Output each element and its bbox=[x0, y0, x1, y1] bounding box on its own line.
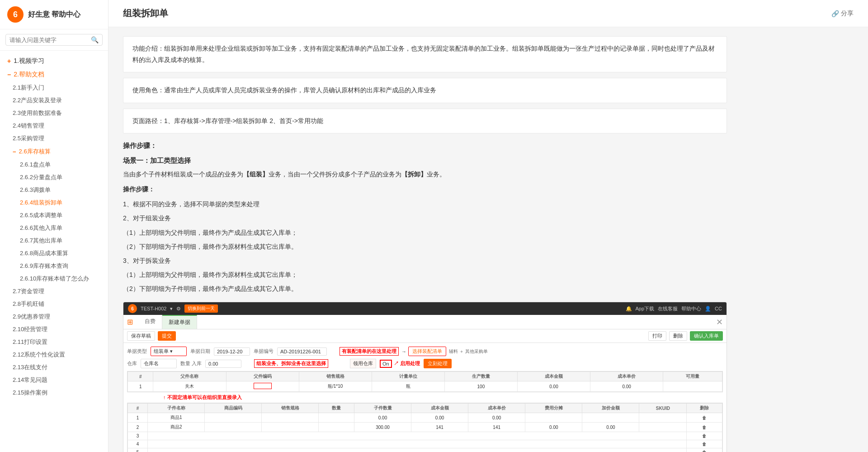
sidebar-item-cost[interactable]: 2.6.5成本调整单 bbox=[20, 209, 108, 222]
sidebar-item-video[interactable]: + 1.视频学习 bbox=[0, 54, 108, 68]
mock-cell-parent-name: 关木 bbox=[153, 381, 226, 392]
mock-enable-label: 领用仓库 bbox=[353, 361, 373, 366]
mock-annotation3-area: 组装业务、拆卸业务在这里选择 bbox=[254, 359, 328, 368]
mock-tab-new[interactable]: 新建单据 bbox=[162, 315, 197, 329]
mock-brow5-del[interactable]: 🗑 bbox=[687, 448, 722, 452]
sidebar-item-stockledger[interactable]: 2.6.9库存账本查询 bbox=[20, 260, 108, 272]
sidebar-item-docs[interactable]: − 2.帮助文档 bbox=[0, 68, 108, 81]
sub-nav-docs: 2.1新手入门 2.2产品安装及登录 2.3使用前数据准备 2.4销售管理 2.… bbox=[0, 81, 108, 399]
mock-topbar: 6 TEST-H002 ▾ ⚙ 切换到前一天 🔔 App下载 在线客服 帮助中心… bbox=[123, 302, 726, 315]
mock-bcol-num: # bbox=[128, 404, 148, 413]
sidebar-item-install[interactable]: 2.2产品安装及登录 bbox=[13, 94, 108, 107]
mock-brow1-cost: 0.00 bbox=[411, 413, 468, 423]
sidebar-item-custom[interactable]: 2.12系统个性化设置 bbox=[13, 348, 108, 361]
sidebar-item-finance[interactable]: 2.7资金管理 bbox=[13, 285, 108, 298]
mock-brow2-sku bbox=[639, 423, 687, 432]
sidebar-item-purchase[interactable]: 2.5采购管理 bbox=[13, 132, 108, 145]
sidebar-item-transfer[interactable]: 2.6.3调拨单 bbox=[20, 184, 108, 196]
mock-warehouse-input[interactable]: 仓库名 bbox=[141, 359, 177, 368]
mock-top-row-1: 1 关木 瓶/1*10 瓶 100 0.00 0.00 bbox=[128, 381, 722, 392]
sidebar-item-data[interactable]: 2.3使用前数据准备 bbox=[13, 107, 108, 119]
sidebar-item-ops[interactable]: 2.10经营管理 bbox=[13, 323, 108, 336]
mock-brow2-cost: 141 bbox=[411, 423, 468, 432]
mock-enable-input[interactable]: 领用仓库 bbox=[350, 359, 376, 368]
minus-icon-inventory: − bbox=[13, 148, 16, 155]
sidebar-item-coupon[interactable]: 2.9优惠券管理 bbox=[13, 310, 108, 323]
mock-date-input[interactable]: 2019-12-20 bbox=[214, 347, 250, 356]
mock-qty-input[interactable]: 0.00 bbox=[205, 360, 241, 368]
sidebar-item-print[interactable]: 2.11打印设置 bbox=[13, 336, 108, 348]
mock-warehouse-label: 仓库 bbox=[127, 360, 137, 367]
mock-save-btn[interactable]: 保存草稿 bbox=[127, 331, 155, 341]
intro-text: 功能介绍：组装拆卸单用来处理企业组装或拆卸等加工业务，支持有固定装配清单的产品加… bbox=[132, 45, 715, 63]
sidebar-item-cases[interactable]: 2.15操作案例 bbox=[13, 386, 108, 399]
mock-username: CC bbox=[715, 306, 722, 311]
sidebar-item-stocktake[interactable]: 2.6.1盘点单 bbox=[20, 158, 108, 171]
sidebar-item-inventory[interactable]: − 2.6库存核算 bbox=[13, 145, 108, 158]
mock-tab-home[interactable]: 自费 bbox=[138, 315, 162, 329]
mock-brow2-subqty: 300.00 bbox=[354, 423, 411, 432]
mock-brow1-del[interactable]: 🗑 bbox=[687, 413, 722, 423]
mock-cell-avail bbox=[663, 381, 722, 392]
mock-service-link[interactable]: 在线客服 bbox=[658, 305, 678, 312]
sidebar-item-online[interactable]: 2.13在线支付 bbox=[13, 361, 108, 374]
mock-type-input[interactable]: 组装单 ▾ bbox=[151, 347, 187, 356]
sidebar-item-splitstock[interactable]: 2.6.2分量盘点单 bbox=[20, 171, 108, 184]
main-header: 组装拆卸单 🔗 分享 bbox=[108, 0, 868, 27]
search-input[interactable] bbox=[9, 37, 91, 43]
sidebar-item-assembly[interactable]: 2.6.4组装拆卸单 bbox=[20, 196, 108, 209]
mock-brow4-del[interactable]: 🗑 bbox=[687, 440, 722, 448]
sidebar-item-otherin[interactable]: 2.6.6其他入库单 bbox=[20, 222, 108, 234]
mock-prev-day-btn[interactable]: 切换到前一天 bbox=[184, 305, 218, 313]
mock-col-qty: 生产数量 bbox=[444, 372, 517, 381]
mock-no-input[interactable]: AD-20191226-001 bbox=[277, 347, 327, 356]
mock-brow2-spec bbox=[262, 423, 319, 432]
mock-delete-btn[interactable]: 删除 bbox=[669, 331, 687, 341]
sidebar-item-goodscost[interactable]: 2.6.8商品成本重算 bbox=[20, 247, 108, 260]
sidebar-item-stockerror[interactable]: 2.6.10库存账本错了怎么办 bbox=[20, 272, 108, 285]
mock-print-btn[interactable]: 打印 bbox=[648, 331, 666, 341]
mock-brow1-price: 0.00 bbox=[468, 413, 525, 423]
mock-bcol-cost-amt: 成本金额 bbox=[411, 404, 468, 413]
sub-nav-inventory: 2.6.1盘点单 2.6.2分量盘点单 2.6.3调拨单 2.6.4组装拆卸单 … bbox=[13, 158, 108, 285]
mock-top-table-body: 1 关木 瓶/1*10 瓶 100 0.00 0.00 bbox=[128, 381, 722, 392]
mock-match-btn[interactable]: 选择装配清单 bbox=[408, 347, 446, 356]
mock-brow4-num: 4 bbox=[128, 440, 148, 448]
sidebar-item-otherout[interactable]: 2.6.7其他出库单 bbox=[20, 234, 108, 247]
mock-confirm-btn[interactable]: 确认入库单 bbox=[690, 331, 723, 341]
mock-code-input-box[interactable] bbox=[254, 383, 272, 389]
mock-cell-cost-amt: 0.00 bbox=[517, 381, 590, 392]
mock-enable-box[interactable]: On bbox=[380, 360, 392, 368]
mock-bottom-row-4: 4 🗑 bbox=[128, 440, 722, 448]
sidebar-item-new[interactable]: 2.1新手入门 bbox=[13, 81, 108, 94]
screenshot-container: 6 TEST-H002 ▾ ⚙ 切换到前一天 🔔 App下载 在线客服 帮助中心… bbox=[123, 302, 727, 452]
mock-form-content: 单据类型 组装单 ▾ 单据日期 2019-12-20 单据编号 AD-20191… bbox=[123, 343, 726, 452]
mock-apply-btn[interactable]: 立刻处理 bbox=[424, 359, 452, 368]
mock-brow2-del[interactable]: 🗑 bbox=[687, 423, 722, 432]
sidebar: 6 好生意 帮助中心 🔍 + 1.视频学习 − 2.帮助文档 2.1新手入门 2… bbox=[0, 0, 108, 452]
logo-text: 好生意 帮助中心 bbox=[28, 10, 80, 19]
share-icon: 🔗 bbox=[831, 10, 839, 17]
mock-app-link[interactable]: App下载 bbox=[636, 305, 655, 312]
sidebar-item-sales[interactable]: 2.4销售管理 bbox=[13, 119, 108, 132]
content-area: 功能介绍：组装拆卸单用来处理企业组装或拆卸等加工业务，支持有固定装配清单的产品加… bbox=[108, 27, 741, 452]
mock-col-cost-price: 成本单价 bbox=[590, 372, 663, 381]
mock-home-icon[interactable]: ⊞ bbox=[127, 318, 133, 326]
mock-close-icon[interactable]: ✕ bbox=[716, 317, 723, 327]
mock-help-link[interactable]: 帮助中心 bbox=[681, 305, 701, 312]
sidebar-item-mobile[interactable]: 2.8手机旺铺 bbox=[13, 298, 108, 310]
mock-form-row1: 单据类型 组装单 ▾ 单据日期 2019-12-20 单据编号 AD-20191… bbox=[127, 347, 723, 356]
mock-bcol-cost-price: 成本单价 bbox=[468, 404, 525, 413]
nav-list: + 1.视频学习 − 2.帮助文档 2.1新手入门 2.2产品安装及登录 2.3… bbox=[0, 51, 108, 452]
mock-brow2-num: 2 bbox=[128, 423, 148, 432]
share-button[interactable]: 🔗 分享 bbox=[831, 10, 854, 18]
sidebar-item-faq[interactable]: 2.14常见问题 bbox=[13, 374, 108, 386]
mock-company: TEST-H002 bbox=[141, 306, 166, 311]
mock-tab-bar: ⊞ 自费 新建单据 ✕ bbox=[123, 315, 726, 329]
mock-top-table: # 父件名称 父件编码 销售规格 计量单位 生产数量 成本金额 成本单价 可用量 bbox=[127, 371, 722, 392]
scenario1-desc: 当由多个子件材料组装成一个成品的业务为【组装】业务，当由一个父件拆分成多个子产品… bbox=[123, 169, 727, 180]
mock-submit-btn[interactable]: 提交 bbox=[158, 331, 176, 341]
mock-bcol-unit-qty: 数量 bbox=[319, 404, 354, 413]
mock-brow3-del[interactable]: 🗑 bbox=[687, 432, 722, 440]
search-icon[interactable]: 🔍 bbox=[91, 36, 99, 43]
